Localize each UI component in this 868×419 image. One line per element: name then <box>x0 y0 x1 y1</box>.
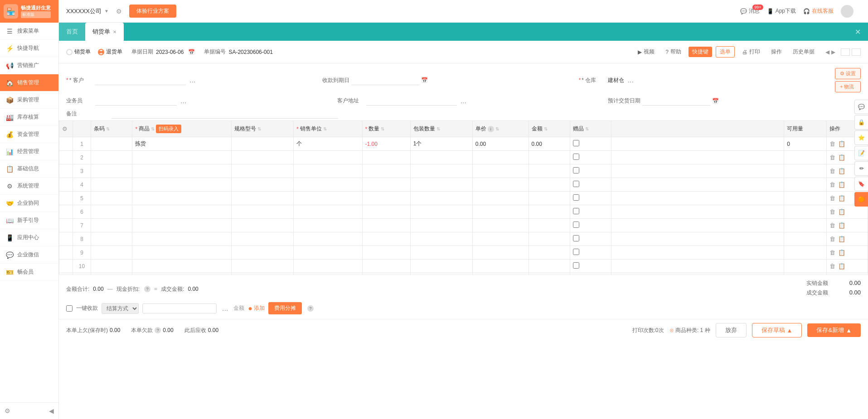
copy-row-icon[interactable]: 📋 <box>838 236 845 242</box>
prev-page-icon[interactable]: ◀ <box>825 49 829 55</box>
sidebar-collapse-icon[interactable]: ◀ <box>49 407 54 414</box>
company-dropdown-icon[interactable]: ▼ <box>104 9 109 14</box>
right-float-bookmark[interactable]: 🔖 <box>854 177 868 191</box>
delete-row-icon[interactable]: 🗑 <box>829 168 835 174</box>
sidebar-item-inventory[interactable]: 🏭 库存核算 <box>0 109 58 126</box>
gift-checkbox[interactable] <box>573 167 579 173</box>
sidebar-item-operations[interactable]: 📊 经营管理 <box>0 143 58 160</box>
sidebar-item-member[interactable]: 🎫 畅会员 <box>0 264 58 281</box>
expected-date-calendar-icon[interactable]: 📅 <box>712 98 719 104</box>
help-btn[interactable]: ? 帮助 <box>662 46 685 58</box>
delete-row-icon[interactable]: 🗑 <box>829 236 835 242</box>
calendar-icon[interactable]: 📅 <box>188 49 195 55</box>
salesperson-input[interactable] <box>95 96 177 106</box>
sort-pkg-icon[interactable]: ⇅ <box>436 126 440 131</box>
notes-input[interactable] <box>112 109 338 119</box>
list-view-icon[interactable] <box>841 48 850 56</box>
copy-row-icon[interactable]: 📋 <box>838 181 845 188</box>
sidebar-item-wechat[interactable]: 💬 企业微信 <box>0 246 58 264</box>
customer-dots[interactable]: ... <box>188 76 197 84</box>
copy-row-icon[interactable]: 📋 <box>838 263 845 270</box>
right-float-star[interactable]: ⭐ <box>854 130 868 145</box>
online-service-btn[interactable]: 🎧 在线客服 <box>803 7 834 15</box>
warehouse-dots[interactable]: ... <box>626 76 635 84</box>
sidebar-item-system[interactable]: ⚙ 系统管理 <box>0 178 58 195</box>
right-float-orange[interactable]: 🟠 <box>854 192 868 207</box>
copy-row-icon[interactable]: 📋 <box>838 154 845 161</box>
shortcut-btn[interactable]: 快捷键 <box>689 47 712 57</box>
save-draft-btn[interactable]: 保存草稿 ▲ <box>752 323 802 337</box>
calc-method-select[interactable]: 结算方式 <box>102 303 139 314</box>
sort-amount-icon[interactable]: ⇅ <box>544 126 548 131</box>
account-dots[interactable]: ... <box>220 304 230 313</box>
copy-row-icon[interactable]: 📋 <box>838 208 845 215</box>
abandon-btn[interactable]: 放弃 <box>716 323 747 337</box>
delete-row-icon[interactable]: 🗑 <box>829 263 835 270</box>
next-page-icon[interactable]: ▶ <box>831 49 835 55</box>
one-click-payment-checkbox[interactable] <box>66 305 73 312</box>
delete-row-icon[interactable]: 🗑 <box>829 140 835 147</box>
sidebar-settings-icon[interactable]: ⚙ <box>5 407 10 414</box>
settings-icon[interactable]: ⚙ <box>116 8 122 15</box>
radio-return-order[interactable]: 退货单 <box>98 48 122 56</box>
gift-checkbox[interactable] <box>573 262 579 269</box>
sidebar-item-sales[interactable]: 🏠 销售管理 <box>0 74 58 92</box>
print-btn[interactable]: 🖨 打印 <box>738 46 764 58</box>
logistics-btn[interactable]: + 物流 <box>835 81 861 92</box>
barcode-cell[interactable] <box>91 137 132 151</box>
company-selector[interactable]: XXXXXX公司 ▼ <box>66 7 109 15</box>
copy-row-icon[interactable]: 📋 <box>838 195 845 202</box>
delete-row-icon[interactable]: 🗑 <box>829 249 835 256</box>
sort-qty-icon[interactable]: ⇅ <box>381 126 384 131</box>
customer-input[interactable] <box>95 76 186 85</box>
payment-due-input[interactable] <box>351 76 419 85</box>
delete-row-icon[interactable]: 🗑 <box>829 181 835 188</box>
tab-close-icon[interactable]: ✕ <box>113 29 116 34</box>
sort-barcode-icon[interactable]: ⇅ <box>106 126 110 131</box>
delete-row-icon[interactable]: 🗑 <box>829 222 835 229</box>
delete-row-icon[interactable]: 🗑 <box>829 208 835 215</box>
gift-checkbox[interactable] <box>573 154 579 160</box>
gift-cell[interactable] <box>570 137 611 151</box>
close-icon[interactable]: ✕ <box>855 28 861 36</box>
avatar[interactable] <box>841 5 853 18</box>
fee-info-icon[interactable]: ? <box>307 305 314 312</box>
sort-spec-icon[interactable]: ⇅ <box>257 126 261 131</box>
table-wrapper[interactable]: ⚙ 条码 ⇅ <box>59 120 868 275</box>
gift-checkbox[interactable] <box>573 235 579 241</box>
right-float-note[interactable]: 📝 <box>854 146 868 160</box>
sort-unit-icon[interactable]: ⇅ <box>323 126 327 131</box>
sidebar-item-basics[interactable]: 📋 基础信息 <box>0 160 58 178</box>
sidebar-item-apps[interactable]: 📱 应用中心 <box>0 229 58 246</box>
th-settings[interactable]: ⚙ <box>59 121 73 137</box>
sidebar-item-enterprise[interactable]: 🤝 企业协同 <box>0 195 58 212</box>
customer-addr-dots[interactable]: ... <box>459 97 468 105</box>
fee-split-btn[interactable]: 费用分摊 <box>268 302 302 314</box>
sort-price-icon[interactable]: ⇅ <box>495 126 499 131</box>
delete-row-icon[interactable]: 🗑 <box>829 154 835 161</box>
right-float-lock[interactable]: 🔒 <box>854 115 868 130</box>
select-btn[interactable]: 选单 <box>716 46 735 58</box>
tab-home[interactable]: 首页 <box>59 23 85 41</box>
right-float-edit[interactable]: ✏ <box>854 161 868 176</box>
copy-row-icon[interactable]: 📋 <box>838 222 845 229</box>
sidebar-item-purchase[interactable]: 📦 采购管理 <box>0 92 58 109</box>
gift-checkbox[interactable] <box>573 208 579 214</box>
grid-view-icon[interactable] <box>852 48 861 56</box>
gift-checkbox[interactable] <box>573 181 579 187</box>
setup-btn[interactable]: ⚙ 设置 <box>835 68 861 79</box>
sort-gift-icon[interactable]: ⇅ <box>585 126 589 131</box>
app-download-btn[interactable]: 📱 App下载 <box>767 7 796 15</box>
sidebar-item-quick-nav[interactable]: ⚡ 快捷导航 <box>0 40 58 57</box>
customer-addr-input[interactable] <box>366 96 457 106</box>
copy-row-icon[interactable]: 📋 <box>838 249 845 256</box>
price-info-icon[interactable]: i <box>488 126 494 132</box>
history-btn[interactable]: 历史单据 <box>789 46 818 58</box>
message-btn[interactable]: 💬 消息 99+ <box>740 7 760 15</box>
spec-cell[interactable] <box>231 137 293 151</box>
add-payment-btn[interactable]: ● 添加 <box>248 304 265 313</box>
gift-checkbox[interactable] <box>573 222 579 228</box>
copy-row-icon[interactable]: 📋 <box>838 168 845 174</box>
copy-row-icon[interactable]: 📋 <box>838 140 845 147</box>
account-input[interactable] <box>142 303 217 313</box>
